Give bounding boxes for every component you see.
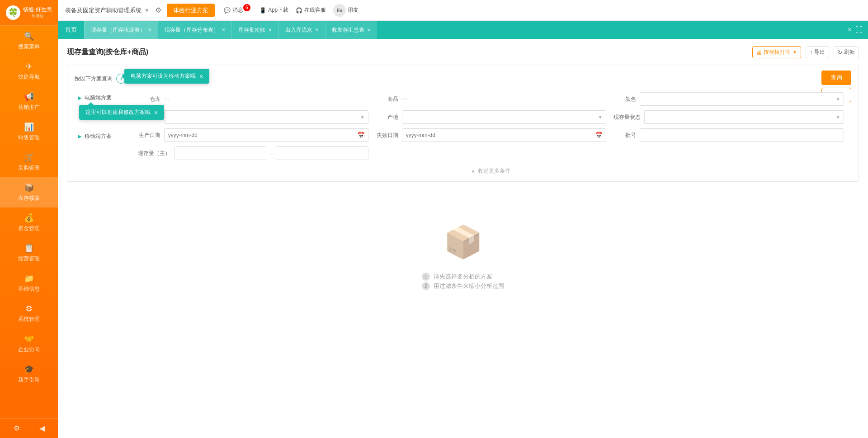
bottom-settings-btn[interactable]: ⚙	[12, 422, 22, 434]
range-separator: —	[268, 150, 274, 157]
search-menu-icon: 🔍	[24, 31, 34, 41]
print-btn[interactable]: 🖨 按模板打印 ▼	[752, 46, 801, 58]
sidebar-item-operation[interactable]: 📋 经营管理	[0, 238, 58, 268]
scheme-tooltip-close[interactable]: ×	[199, 73, 203, 80]
page-title-bar: 现存量查询(按仓库+商品) 🖨 按模板打印 ▼ ↑ 导出 ↻ 刷新	[67, 46, 859, 58]
refresh-btn[interactable]: ↻ 刷新	[834, 46, 859, 58]
filter-field-warehouse: 仓库 ···	[138, 92, 368, 106]
status-select[interactable]	[644, 110, 844, 124]
warehouse-dots[interactable]: ···	[164, 95, 170, 103]
origin-select[interactable]	[402, 110, 606, 124]
sidebar-item-finance[interactable]: 💰 资金管理	[0, 207, 58, 238]
sidebar-item-guide[interactable]: 🎓 新手引导	[0, 359, 58, 389]
tab-in-out-flow[interactable]: 出入库流水 ×	[278, 21, 325, 39]
header-settings-icon[interactable]: ⚙	[155, 6, 161, 14]
stock-main-range: —	[174, 146, 368, 160]
tab-close-inventory-status[interactable]: ×	[148, 26, 151, 33]
filter-field-product: 商品 ···	[376, 92, 606, 106]
export-btn[interactable]: ↑ 导出	[806, 46, 829, 58]
scheme-edit-close[interactable]: ×	[154, 109, 158, 116]
sidebar-item-label: 采购管理	[18, 164, 40, 172]
stock-main-min[interactable]	[174, 146, 267, 160]
sidebar-item-purchase[interactable]: 🛒 采购管理	[0, 147, 58, 177]
sidebar-item-search-menu[interactable]: 🔍 搜索菜单	[0, 26, 58, 56]
tab-recv-send-summary[interactable]: 收发存汇总表 ×	[325, 21, 377, 39]
scheme-row-mobile[interactable]: ▶ 移动端方案	[78, 131, 129, 142]
scheme-list: ▶ 电脑端方案 这里可以创建和修改方案哦 × ▶ 移动端方案	[75, 92, 129, 142]
tab-inventory-dist[interactable]: 现存量（库存分布表） ×	[158, 21, 231, 39]
sidebar-item-enterprise[interactable]: 🤝 企业协同	[0, 329, 58, 359]
user-avatar: Ea	[333, 4, 346, 17]
sidebar-item-label: 企业协同	[18, 346, 40, 353]
app-download-btn[interactable]: 📱 App下载	[259, 6, 288, 14]
title-actions: 🖨 按模板打印 ▼ ↑ 导出 ↻ 刷新	[752, 46, 859, 58]
basic-icon: 📁	[24, 273, 34, 283]
industry-btn[interactable]: 体验行业方案	[167, 4, 215, 17]
logo-title: 畅通·好生意	[23, 6, 52, 14]
sidebar-item-inventory[interactable]: 📦 库存核算	[0, 177, 58, 207]
user-profile-btn[interactable]: Ea 用友	[333, 4, 359, 17]
sidebar-item-sales[interactable]: 📊 销售管理	[0, 117, 58, 147]
filter-fields: 仓库 ··· 商品 ··· 颜色 ▼	[131, 92, 844, 176]
logo-badge: 标准版	[23, 14, 52, 19]
quick-nav-icon: ✈	[26, 61, 33, 71]
stock-main-max[interactable]	[276, 146, 368, 160]
scheme-mobile-label: 移动端方案	[85, 132, 112, 140]
print-dropdown-icon: ▼	[793, 50, 797, 55]
filter-field-color: 颜色 ▼	[613, 92, 844, 106]
system-icon: ⚙	[25, 304, 33, 314]
scheme-row-desktop[interactable]: ▶ 电脑端方案	[78, 92, 129, 104]
sidebar-item-system[interactable]: ⚙ 系统管理	[0, 298, 58, 329]
sidebar-collapse-btn[interactable]: ◀	[38, 422, 47, 434]
tab-close-in-out-flow[interactable]: ×	[315, 26, 319, 33]
online-support-btn[interactable]: 🎧 在线客服	[296, 6, 326, 14]
tab-inventory-status[interactable]: 现存量（库存状况表） ×	[84, 21, 158, 39]
tab-batch-account[interactable]: 库存批次账 ×	[231, 21, 278, 39]
search-btn[interactable]: 查询	[821, 71, 851, 85]
collapse-label: 收起更多条件	[478, 167, 510, 175]
tab-close-batch-account[interactable]: ×	[268, 26, 272, 33]
scheme-mobile-triangle-icon: ▶	[78, 134, 82, 139]
notifications-btn[interactable]: 💬 消息 6	[224, 6, 252, 14]
operation-icon: 📋	[24, 243, 34, 253]
batch-input[interactable]	[640, 128, 844, 142]
system-title-dropdown-icon[interactable]: ▼	[144, 7, 150, 14]
tab-home[interactable]: 首页	[58, 21, 84, 39]
sidebar-item-basic[interactable]: 📁 基础信息	[0, 268, 58, 298]
product-dots[interactable]: ···	[402, 95, 408, 103]
expire-date-icon[interactable]: 📅	[595, 132, 603, 139]
sidebar: 🍀 畅通·好生意 标准版 🔍 搜索菜单 ✈ 快捷导航 📢 营销推广 📊 销售管理…	[0, 0, 58, 438]
tab-expand-btn[interactable]: ⛶	[855, 26, 863, 34]
filter-field-origin: 产地 ▼	[376, 110, 606, 124]
produce-date-icon[interactable]: 📅	[357, 132, 365, 139]
scheme-desktop-label: 电脑端方案	[85, 94, 112, 102]
sidebar-item-marketing[interactable]: 📢 营销推广	[0, 86, 58, 117]
system-title-text: 装备及固定资产辅助管理系统	[65, 6, 142, 14]
page-container: 现存量查询(按仓库+商品) 🖨 按模板打印 ▼ ↑ 导出 ↻ 刷新	[58, 39, 868, 438]
sidebar-item-label: 快捷导航	[18, 73, 40, 81]
tab-bar: 首页 现存量（库存状况表） × 现存量（库存分布表） × 库存批次账 × 出入库…	[58, 21, 868, 39]
color-select[interactable]	[640, 92, 844, 106]
logo-icon: 🍀	[6, 5, 20, 20]
empty-state: 📦 1 请先选择要分析的方案 2 用过滤条件来缩小分析范围	[67, 187, 859, 310]
sidebar-item-label: 销售管理	[18, 134, 40, 141]
export-icon: ↑	[810, 49, 812, 56]
size-select[interactable]	[164, 110, 368, 124]
sidebar-item-quick-nav[interactable]: ✈ 快捷导航	[0, 56, 58, 86]
collapse-btn[interactable]: ∧ 收起更多条件	[138, 165, 844, 176]
tab-close-all-btn[interactable]: ×	[848, 26, 852, 34]
filter-field-produce-date: 生产日期 📅	[138, 128, 368, 142]
produce-date-input[interactable]	[164, 128, 368, 142]
scheme-edit-tooltip-text: 这里可以创建和修改方案哦	[85, 108, 151, 116]
tab-close-inventory-dist[interactable]: ×	[222, 26, 225, 33]
inventory-icon: 📦	[24, 183, 34, 193]
sidebar-item-label: 新手引导	[18, 376, 40, 384]
filter-row-2: 尺码 ▼ 产地 ▼	[138, 110, 844, 124]
tab-close-recv-send-summary[interactable]: ×	[367, 26, 371, 33]
filter-field-expire-date: 失效日期 📅	[376, 128, 606, 142]
sidebar-logo: 🍀 畅通·好生意 标准版	[0, 0, 58, 26]
sales-icon: 📊	[24, 122, 34, 132]
empty-tip-1: 1 请先选择要分析的方案	[422, 273, 504, 281]
marketing-icon: 📢	[24, 92, 34, 102]
expire-date-input[interactable]	[402, 128, 606, 142]
